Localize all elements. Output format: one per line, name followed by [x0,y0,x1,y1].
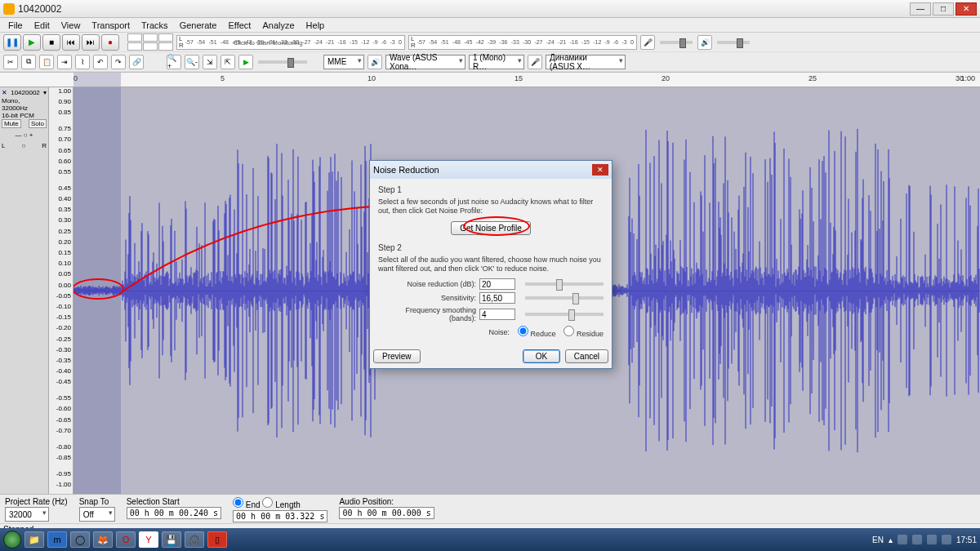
noise-reduction-input[interactable] [479,278,515,290]
end-radio[interactable]: End [233,500,261,509]
solo-button[interactable]: Solo [29,119,47,128]
track-name[interactable]: 10420002 [11,89,40,96]
redo-button[interactable]: ↷ [111,55,126,69]
ok-button[interactable]: OK [523,349,560,363]
project-rate-combo[interactable]: 32000 [5,507,49,522]
taskbar-app2-icon[interactable]: ▯ [207,531,227,548]
snap-to-combo[interactable]: Off [79,507,115,522]
play-at-speed-button[interactable]: ▶ [238,55,253,69]
window-titlebar: 10420002 — □ ✕ [0,0,980,18]
skip-end-button[interactable]: ⏭ [82,34,100,51]
taskbar-audacity-icon[interactable]: 🎧 [185,531,204,548]
selection-start-field[interactable]: 00 h 00 m 00.240 s [127,507,221,519]
window-title: 10420002 [18,3,910,15]
play-button[interactable]: ▶ [23,34,41,51]
channels-combo[interactable]: 1 (Mono) R… [469,55,524,69]
output-volume-slider[interactable] [717,41,750,44]
zoom-out-button[interactable]: 🔍- [185,55,199,69]
speaker-icon[interactable]: 🔊 [697,35,712,50]
tray-network-icon[interactable] [912,535,922,544]
sensitivity-input[interactable] [479,292,515,304]
track-control-panel[interactable]: ✕10420002▾ Mono, 32000Hz 16-bit PCM Mute… [0,87,49,494]
step1-heading: Step 1 [378,185,604,194]
close-button[interactable]: ✕ [956,2,977,16]
menu-bar: FileEditViewTransportTracksGenerateEffec… [0,18,980,33]
taskbar-opera-icon[interactable]: O [116,531,136,548]
toolbars: ❚❚ ▶ ■ ⏮ ⏭ ● LR -57-54-51-48-45-42-39-36… [0,33,980,73]
timeline-ruler[interactable]: 0510152025301:00 [0,73,980,87]
audio-host-combo[interactable]: MME [323,55,364,69]
taskbar-firefox-icon[interactable]: 🦊 [93,531,113,548]
language-indicator[interactable]: EN [872,535,884,544]
cut-button[interactable]: ✂ [3,55,18,69]
app-icon [3,3,15,15]
menu-help[interactable]: Help [301,20,330,31]
step2-text: Select all of the audio you want filtere… [378,256,604,274]
dialog-close-button[interactable]: ✕ [592,164,608,176]
transport-controls: ❚❚ ▶ ■ ⏮ ⏭ ● [3,34,119,51]
dialog-title: Noise Reduction [373,165,439,175]
monitor-hint: Click to Start Monitoring [234,39,303,47]
playback-meter[interactable]: LR -57-54-51-48-45-42-39-36-33-30-27-24-… [408,35,637,50]
zoom-fit-button[interactable]: ⇱ [220,55,235,69]
taskbar-app-icon[interactable]: m [47,531,67,548]
menu-file[interactable]: File [3,20,28,31]
clock[interactable]: 17:51 [956,535,977,544]
speed-slider[interactable] [258,60,307,64]
copy-button[interactable]: ⧉ [21,55,36,69]
noise-reduction-slider[interactable] [525,282,604,286]
menu-view[interactable]: View [56,20,86,31]
residue-radio[interactable]: Residue [564,326,604,338]
tool-selector[interactable] [127,33,173,51]
selection-end-field[interactable]: 00 h 00 m 03.322 s [233,510,327,522]
sync-lock-button[interactable]: 🔗 [129,55,144,69]
taskbar-chrome-icon[interactable]: ◯ [70,531,90,548]
menu-tracks[interactable]: Tracks [136,20,173,31]
taskbar-save-icon[interactable]: 💾 [162,531,181,548]
length-radio[interactable]: Length [262,500,300,509]
record-button[interactable]: ● [101,34,119,51]
zoom-sel-button[interactable]: ⇲ [203,55,217,69]
system-tray[interactable]: EN ▴ 17:51 [872,535,977,544]
windows-taskbar: 📁 m ◯ 🦊 O Y 💾 🎧 ▯ EN ▴ 17:51 [0,528,980,551]
maximize-button[interactable]: □ [933,2,954,16]
start-button[interactable] [3,531,21,549]
mic-icon[interactable]: 🎤 [640,35,655,50]
preview-button[interactable]: Preview [373,349,421,363]
reduce-radio[interactable]: Reduce [518,326,556,338]
zoom-in-button[interactable]: 🔍+ [167,55,181,69]
mute-button[interactable]: Mute [2,119,21,128]
minimize-button[interactable]: — [910,2,931,16]
input-device-combo[interactable]: Динамики (ASUS X… [546,55,626,69]
tray-volume-icon[interactable] [927,535,937,544]
menu-edit[interactable]: Edit [29,20,55,31]
mic-device-icon: 🎤 [528,55,542,69]
stop-button[interactable]: ■ [42,34,60,51]
trim-button[interactable]: ⇥ [57,55,72,69]
recording-meter[interactable]: LR -57-54-51-48-45-42-39-36-33-30-27-24-… [176,35,405,50]
taskbar-explorer-icon[interactable]: 📁 [24,531,44,548]
taskbar-yandex-icon[interactable]: Y [139,531,158,548]
tray-shield-icon[interactable] [942,535,951,544]
undo-button[interactable]: ↶ [93,55,108,69]
audio-position-field[interactable]: 00 h 00 m 00.000 s [339,507,434,519]
input-volume-slider[interactable] [660,41,693,44]
step1-text: Select a few seconds of just noise so Au… [378,198,604,216]
selection-toolbar: Project Rate (Hz) 32000 Snap To Off Sele… [0,494,980,523]
amplitude-scale: 1.000.900.850.750.700.650.600.550.450.40… [49,87,74,494]
output-device-combo[interactable]: Wave (ASUS Xona… [385,55,466,69]
menu-generate[interactable]: Generate [175,20,222,31]
skip-start-button[interactable]: ⏮ [62,34,80,51]
menu-transport[interactable]: Transport [87,20,135,31]
cancel-button[interactable]: Cancel [565,349,608,363]
sensitivity-slider[interactable] [525,296,604,300]
frequency-smoothing-input[interactable] [479,309,515,320]
speaker-device-icon: 🔊 [368,55,382,69]
paste-button[interactable]: 📋 [39,55,54,69]
frequency-smoothing-slider[interactable] [525,313,604,316]
menu-effect[interactable]: Effect [224,20,256,31]
menu-analyze[interactable]: Analyze [257,20,299,31]
silence-button[interactable]: ⌇ [75,55,90,69]
tray-flag-icon[interactable] [898,535,907,544]
pause-button[interactable]: ❚❚ [3,34,21,51]
